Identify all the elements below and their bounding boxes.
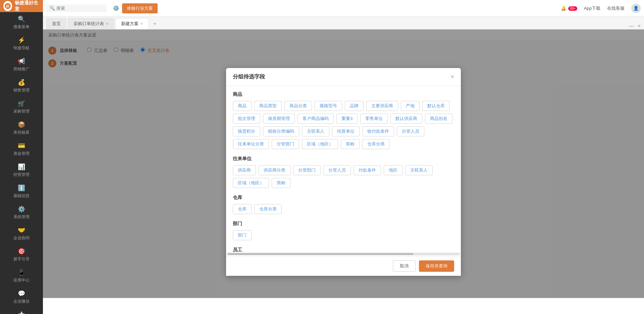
sidebar-item-enterprise-wx[interactable]: 💬 企业微信 (0, 287, 43, 308)
field-tag[interactable]: 商品分类 (284, 101, 312, 111)
marketing-icon: 📢 (18, 58, 25, 65)
sidebar-item-app-center[interactable]: 📱 应用中心 (0, 265, 43, 287)
department-field-tags: 部门 (233, 230, 454, 240)
sidebar-item-vip[interactable]: ⭐ 畅会员 (0, 308, 43, 314)
field-tag[interactable]: 付款条件 (354, 165, 381, 175)
field-select-modal: 分组待选字段 × 商品 商品 商品类型 商品分类 规格型号 品牌 主要供应商 产… (226, 68, 461, 276)
modal-header: 分组待选字段 × (226, 68, 461, 86)
sidebar-item-cooperation[interactable]: 🤝 企业协同 (0, 223, 43, 244)
window-close-btn[interactable]: × (638, 23, 641, 29)
search-input[interactable] (56, 6, 97, 11)
settings-icon[interactable]: ⚙️ (113, 5, 119, 11)
sidebar-item-marketing[interactable]: 📢 营销推广 (0, 54, 43, 75)
vip-icon: ⭐ (18, 311, 25, 314)
tab-home[interactable]: 首页 (46, 18, 66, 29)
header-right: 🔔 99+ App下载 在线客服 👤 (561, 4, 641, 13)
field-tag[interactable]: 零售单位 (360, 114, 388, 124)
tab-label: 新建方案 (121, 21, 139, 27)
sidebar-item-inventory[interactable]: 📦 库存核算 (0, 118, 43, 139)
field-tag[interactable]: 客户商品编码 (298, 114, 334, 124)
sidebar-item-label: 搜索菜单 (13, 24, 30, 30)
field-tag[interactable]: 往来单位分类 (233, 139, 269, 149)
tab-bar: 首页 采购订单统计表 × 新建方案 × + — × (43, 17, 644, 29)
field-tag[interactable]: 商品 (233, 101, 252, 111)
field-tag[interactable]: 批次管理 (233, 114, 260, 124)
field-tag[interactable]: 主联系人 (302, 126, 329, 136)
save-button[interactable]: 保存并查询 (419, 260, 454, 272)
trial-btn[interactable]: 体验行业方案 (122, 3, 158, 13)
modal-body[interactable]: 商品 商品 商品类型 商品分类 规格型号 品牌 主要供应商 产地 默认仓库 批次… (226, 86, 461, 252)
field-tag[interactable]: 仓库 (233, 204, 252, 214)
header-search-box[interactable]: 🔍 (46, 4, 107, 12)
field-tag[interactable]: 规格型号 (315, 101, 342, 111)
section-department-title: 部门 (233, 221, 454, 227)
guide-icon: 🎯 (18, 248, 25, 255)
basic-info-icon: ℹ️ (18, 184, 25, 192)
field-tag[interactable]: 区域（地区） (233, 178, 269, 188)
sidebar-item-finance[interactable]: 💳 资金管理 (0, 139, 43, 160)
sidebar-item-guide[interactable]: 🎯 新手引导 (0, 244, 43, 265)
field-tag[interactable]: 部门 (233, 230, 252, 240)
modal-close-button[interactable]: × (450, 73, 454, 80)
tab-purchase-stats[interactable]: 采购订单统计表 × (68, 18, 114, 29)
sidebar-item-quick-nav[interactable]: ⚡ 快捷导航 (0, 33, 43, 54)
sidebar-item-label: 资金管理 (13, 151, 30, 156)
inventory-icon: 📦 (18, 121, 25, 128)
field-tag[interactable]: 品牌 (345, 101, 364, 111)
field-tag[interactable]: 分管人员 (323, 165, 351, 175)
field-tag[interactable]: 仓库分类 (254, 204, 282, 214)
field-tag[interactable]: 区域（地区） (302, 139, 338, 149)
online-service-link[interactable]: 在线客服 (607, 5, 625, 11)
sidebar-item-search[interactable]: 🔍 搜索菜单 (0, 12, 43, 33)
tab-close-new-plan[interactable]: × (141, 21, 143, 26)
field-tag[interactable]: 收付款条件 (362, 126, 394, 136)
sidebar-item-label: 快捷导航 (13, 45, 30, 51)
app-download-link[interactable]: App下载 (584, 5, 600, 11)
field-tag[interactable]: 产地 (401, 101, 420, 111)
field-tag[interactable]: 分管人员 (397, 126, 424, 136)
field-tag[interactable]: 拣货积分 (233, 126, 260, 136)
field-tag[interactable]: 默认仓库 (422, 101, 450, 111)
tab-close-purchase-stats[interactable]: × (106, 21, 108, 26)
field-tag[interactable]: 重量3 (336, 114, 358, 124)
field-tag[interactable]: 默认供应商 (390, 114, 422, 124)
partner-field-tags: 供应商 供应商分类 分管部门 分管人员 付款条件 地区 主联系人 区域（地区） … (233, 165, 454, 188)
modal-horizontal-scroll[interactable] (226, 252, 461, 256)
sidebar-item-system[interactable]: ⚙️ 系统管理 (0, 202, 43, 223)
tab-label: 首页 (52, 21, 61, 27)
operations-icon: 📊 (18, 163, 25, 171)
sidebar-item-operations[interactable]: 📊 经营管理 (0, 160, 43, 181)
tab-add-button[interactable]: + (150, 18, 160, 29)
field-tag[interactable]: 税收分类编码 (263, 126, 299, 136)
window-minimize-btn[interactable]: — (629, 23, 634, 29)
cooperation-icon: 🤝 (18, 227, 25, 234)
field-tag[interactable]: 供应商 (233, 165, 256, 175)
sidebar-item-purchase[interactable]: 🛒 采购管理 (0, 97, 43, 118)
field-tag[interactable]: 地区 (384, 165, 402, 175)
field-tag[interactable]: 商品类型 (254, 101, 282, 111)
field-tag[interactable]: 简称 (341, 139, 360, 149)
quick-nav-icon: ⚡ (18, 37, 25, 44)
field-tag[interactable]: 结算单位 (332, 126, 360, 136)
cancel-button[interactable]: 取消 (393, 260, 416, 272)
finance-icon: 💳 (18, 142, 25, 149)
purchase-icon: 🛒 (18, 100, 25, 107)
field-tag[interactable]: 保质期管理 (263, 114, 295, 124)
field-tag[interactable]: 分管部门 (293, 165, 321, 175)
field-tag[interactable]: 供应商分类 (259, 165, 290, 175)
field-tag[interactable]: 商品别名 (425, 114, 452, 124)
field-tag[interactable]: 主联系人 (405, 165, 433, 175)
field-tag[interactable]: 分管部门 (272, 139, 299, 149)
field-tag[interactable]: 主要供应商 (366, 101, 398, 111)
sidebar-item-sales[interactable]: 💰 销售管理 (0, 75, 43, 97)
field-tag[interactable]: 仓库分类 (362, 139, 390, 149)
field-tag[interactable]: 简称 (272, 178, 290, 188)
sidebar-item-basic-info[interactable]: ℹ️ 基础信息 (0, 181, 43, 202)
user-avatar[interactable]: 👤 (631, 4, 641, 13)
warehouse-field-tags: 仓库 仓库分类 (233, 204, 454, 214)
svg-text:好: 好 (6, 4, 10, 8)
section-warehouse-title: 仓库 (233, 195, 454, 201)
top-header: 🔍 ⚙️ 体验行业方案 🔔 99+ App下载 在线客服 👤 (43, 0, 644, 17)
notification-area[interactable]: 🔔 99+ (561, 6, 577, 11)
tab-new-plan[interactable]: 新建方案 × (115, 18, 149, 29)
